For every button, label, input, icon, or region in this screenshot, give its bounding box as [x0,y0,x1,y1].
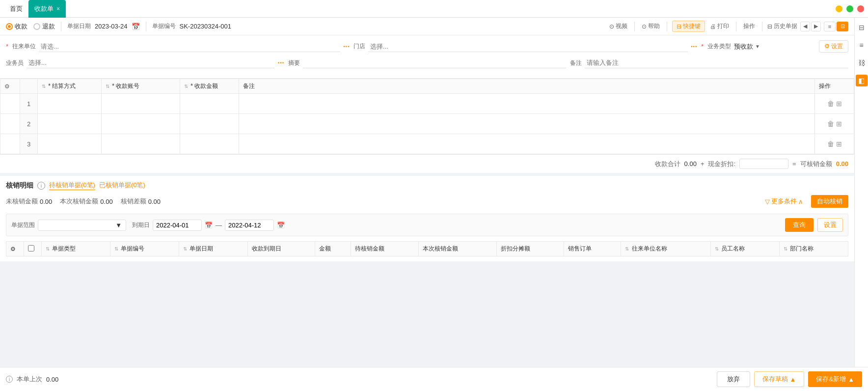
col-rownum-cell-2: 2 [20,114,38,134]
layout-list[interactable]: ≡ [824,22,836,31]
toolbar: 收款 退款 单据日期 2023-03-24 📅 单据编号 SK-20230324… [0,18,854,35]
nav-home[interactable]: 首页 [4,0,28,18]
select-all-checkbox[interactable] [28,245,34,251]
save-new-button[interactable]: 保存&新增 ▲ [808,371,862,387]
maximize-button[interactable] [846,5,853,12]
sort-settle-icon: ⇅ [42,84,46,89]
amount-cell-2[interactable] [180,114,239,134]
more-conditions-label: 更多条件 [771,197,797,206]
settle-cell-3[interactable] [38,134,102,154]
range-select[interactable]: ▼ [38,220,126,231]
partner-more-icon[interactable]: ··· [343,42,350,51]
more-conditions-btn[interactable]: ▽ 更多条件 ∧ [765,197,803,206]
writeoff-settings-btn[interactable]: 设置 [817,218,843,232]
query-btn[interactable]: 查询 [785,218,814,232]
action-btns-2: 🗑 ⊞ [815,114,854,134]
unchecked-stat: 未核销金额 0.00 [6,197,52,206]
remark-cell-2[interactable] [239,114,815,134]
copy-icon-1[interactable]: ⊞ [836,100,842,108]
writeoff-info-icon[interactable]: i [37,182,45,190]
footer-info-icon[interactable]: i [6,376,13,383]
history-btn[interactable]: ⊟ 历史单据 [767,22,797,30]
sidebar-table-icon[interactable]: ⊟ [856,22,868,33]
sidebar-list-icon[interactable]: ≡ [856,39,868,51]
settings-button[interactable]: ⚙ 设置 [819,40,848,53]
shortcut-icon: ⊟ [677,23,681,30]
partner-input[interactable] [39,41,340,52]
section-title: 核销明细 [6,181,33,190]
close-tab-icon[interactable]: × [56,5,60,12]
delete-icon-2[interactable]: 🗑 [827,120,834,128]
copy-icon-3[interactable]: ⊞ [836,140,842,148]
settle-header-label: * 结算方式 [48,83,76,89]
col-amount-header: ⇅ * 收款金额 [180,79,239,94]
cal-from-icon[interactable]: 📅 [205,222,213,229]
settings-icon-bottom[interactable]: ⚙ [10,246,16,252]
amount-cell-1[interactable] [180,94,239,114]
pending-tab[interactable]: 待核销单据(0笔) [49,181,95,190]
date-to-input[interactable] [225,220,274,231]
nav-receipt[interactable]: 收款单 × [28,0,66,18]
note-input[interactable] [585,57,848,68]
staff-more-icon[interactable]: ··· [277,58,284,67]
abandon-button[interactable]: 放弃 [717,371,750,387]
store-input[interactable] [368,41,688,52]
col-docno-header: ⇅ 单据编号 [110,242,179,256]
summary-input[interactable] [303,57,567,68]
col-remark-header: 备注 [239,79,815,94]
refund-radio-dot [33,23,40,30]
account-cell-2[interactable] [102,114,180,134]
settle-cell-1[interactable] [38,94,102,114]
biz-type-select[interactable]: 预收款 ▼ [734,42,816,51]
sidebar-link-icon[interactable]: ⛓ [856,57,868,69]
calendar-icon[interactable]: 📅 [132,23,140,30]
action-header-label: 操作 [819,83,831,89]
done-tab[interactable]: 已核销单据(0笔) [99,181,145,190]
close-button[interactable] [857,5,864,12]
remark-cell-1[interactable] [239,94,815,114]
ops-btn[interactable]: 操作 [741,21,757,31]
draft-dropdown-icon[interactable]: ▲ [790,376,796,383]
remark-cell-3[interactable] [239,134,815,154]
copy-icon-2[interactable]: ⊞ [836,120,842,128]
save-new-dropdown-icon[interactable]: ▲ [848,376,854,383]
remark-header-label: 备注 [243,83,255,89]
refund-radio[interactable]: 退款 [33,22,55,31]
prev-arrow[interactable]: ◀ [800,22,810,31]
action-cell-2: 🗑 ⊞ [815,114,854,134]
help-btn[interactable]: ⊙ 帮助 [640,21,662,31]
staff-input[interactable] [27,57,274,68]
footer-current-value: 0.00 [46,376,58,383]
sort-staff-icon: ⇅ [715,246,719,251]
discount-input[interactable] [739,159,788,169]
biz-dropdown-icon[interactable]: ▼ [755,44,760,49]
store-more-icon[interactable]: ··· [691,42,697,51]
settle-cell-2[interactable] [38,114,102,134]
account-cell-1[interactable] [102,94,180,114]
next-arrow[interactable]: ▶ [811,22,821,31]
discount-label-b: 折扣分摊额 [501,245,530,252]
amount-header-label: * 收款金额 [190,83,218,89]
delete-icon-3[interactable]: 🗑 [827,140,834,148]
video-btn[interactable]: ⊙ 视频 [607,21,629,31]
delete-icon-1[interactable]: 🗑 [827,100,834,108]
account-cell-3[interactable] [102,134,180,154]
amount-cell-3[interactable] [180,134,239,154]
shortcut-btn[interactable]: ⊟ 快捷键 [672,21,705,32]
due-date-field: 到期日 📅 — 📅 [132,220,285,231]
sidebar-export-icon[interactable]: ◧ [856,75,868,86]
receipt-radio[interactable]: 收款 [6,22,27,31]
save-draft-button[interactable]: 保存草稿 ▲ [754,371,805,387]
print-btn[interactable]: 🖨 打印 [708,21,731,31]
gear-icon[interactable]: ⚙ [4,83,10,90]
date-from-input[interactable] [153,220,202,231]
col-check-header [24,242,42,256]
shortcut-label: 快捷键 [683,22,701,30]
layout-grid[interactable]: ⊟ [837,22,848,31]
auto-writeoff-btn[interactable]: 自动核销 [811,195,848,208]
partner-label: 往来单位 [12,42,36,51]
minimize-button[interactable] [836,5,842,12]
cal-to-icon[interactable]: 📅 [277,222,285,229]
col-action-header: 操作 [815,79,854,94]
diff-stat: 核销差额 0.00 [121,197,161,206]
